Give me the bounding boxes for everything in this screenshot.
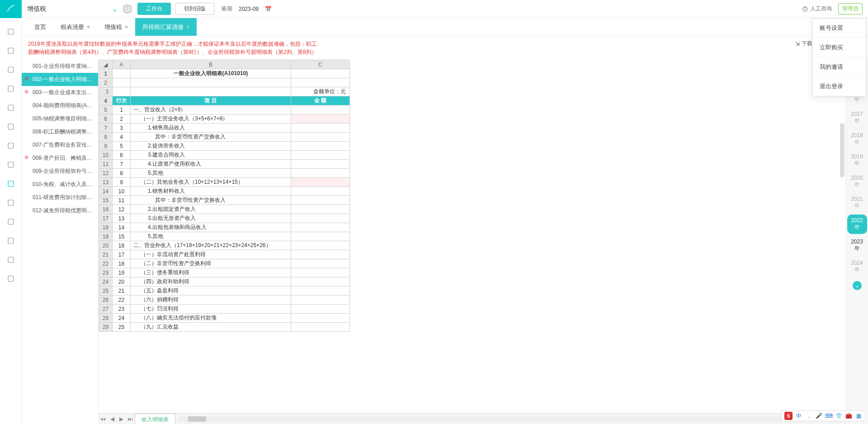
row-index[interactable]: 7: [113, 160, 131, 169]
switch-old-button[interactable]: 切到旧版: [175, 3, 214, 15]
sheet-nav-last-icon[interactable]: ⏭: [126, 416, 135, 422]
app-logo[interactable]: [0, 0, 22, 18]
home-icon[interactable]: [3, 24, 19, 40]
form-item-11[interactable]: 012-减免所得税优惠明细表(...: [22, 204, 98, 217]
row-amount[interactable]: [291, 277, 350, 286]
row-item[interactable]: （七）罚没利得: [131, 305, 291, 314]
form-item-5[interactable]: 006-职工薪酬纳税调整明细...: [22, 125, 98, 138]
row-amount[interactable]: [291, 214, 350, 223]
row-index[interactable]: 9: [113, 178, 131, 187]
row-index[interactable]: 8: [113, 169, 131, 178]
row-amount[interactable]: [291, 205, 350, 214]
form-item-4[interactable]: 005-纳税调整项目明细表(A...: [22, 112, 98, 125]
sheet-nav-prev-icon[interactable]: ◀: [108, 416, 117, 422]
row-amount[interactable]: [291, 151, 350, 160]
row-amount[interactable]: [291, 124, 350, 133]
year-2023年[interactable]: 2023年: [847, 236, 867, 255]
form-item-0[interactable]: 001-企业所得税年度纳税申...: [22, 60, 98, 73]
year-2021年[interactable]: 2021年: [847, 193, 867, 213]
doc-icon[interactable]: [3, 43, 19, 59]
row-amount[interactable]: [291, 305, 350, 314]
row-amount[interactable]: [291, 250, 350, 259]
corner-cell[interactable]: ◢: [99, 60, 113, 69]
calendar-icon[interactable]: 📅: [265, 6, 272, 12]
year-2018年[interactable]: 2018年: [847, 129, 867, 149]
ime-lang[interactable]: 中: [795, 412, 802, 419]
row-amount[interactable]: [291, 196, 350, 205]
row-index[interactable]: 14: [113, 223, 131, 232]
form-item-1[interactable]: 002-一般企业收入明细表(A1...: [22, 73, 98, 86]
row-item[interactable]: 1.销售材料收入: [131, 187, 291, 196]
row-index[interactable]: 17: [113, 250, 131, 259]
workspace-button[interactable]: 工作台: [137, 3, 171, 15]
row-item[interactable]: 一、营业收入（2+9）: [131, 105, 291, 114]
download-button[interactable]: ⇲下载: [795, 40, 812, 48]
grid-table[interactable]: ◢ A B C 1一般企业收入明细表(A101010)23金额单位：元4行次项 …: [99, 60, 350, 332]
row-item[interactable]: （三）债务重组利得: [131, 268, 291, 277]
gear-icon[interactable]: [3, 233, 19, 249]
row-index[interactable]: 4: [113, 133, 131, 142]
tab-2[interactable]: 增值税×: [97, 18, 135, 36]
ime-punct-icon[interactable]: ，: [805, 412, 812, 419]
row-item[interactable]: 3.建造合同收入: [131, 151, 291, 160]
consult-link[interactable]: 人工咨询: [802, 5, 832, 13]
col-header-a[interactable]: A: [113, 60, 131, 69]
transfer-icon[interactable]: [3, 195, 19, 211]
year-2020年[interactable]: 2020年: [847, 172, 867, 191]
row-amount[interactable]: [291, 295, 350, 305]
row-index[interactable]: 5: [113, 142, 131, 151]
row-index[interactable]: 24: [113, 314, 131, 323]
ime-badge-icon[interactable]: S: [784, 412, 793, 420]
user-menu-item-1[interactable]: 立即购买: [812, 38, 866, 57]
tab-close-icon[interactable]: ×: [125, 24, 128, 30]
row-amount[interactable]: [291, 160, 350, 169]
clipboard-icon[interactable]: [3, 100, 19, 116]
row-index[interactable]: 19: [113, 268, 131, 277]
row-item[interactable]: 5.其他: [131, 232, 291, 241]
play-icon[interactable]: [3, 252, 19, 268]
row-amount[interactable]: [291, 323, 350, 332]
year-2017年[interactable]: 2017年: [847, 108, 867, 128]
row-item[interactable]: （二）非货币性资产交换利得: [131, 259, 291, 268]
row-item[interactable]: 其中：非货币性资产交换收入: [131, 133, 291, 142]
col-header-b[interactable]: B: [131, 60, 291, 69]
row-amount[interactable]: [291, 169, 350, 178]
row-amount[interactable]: [291, 178, 350, 187]
ime-skin-icon[interactable]: 👕: [835, 412, 842, 419]
row-item[interactable]: （八）确实无法偿付的应付款项: [131, 314, 291, 323]
row-index[interactable]: 22: [113, 295, 131, 305]
row-index[interactable]: 12: [113, 205, 131, 214]
row-index[interactable]: 15: [113, 232, 131, 241]
ime-grid-icon[interactable]: ▦: [855, 412, 862, 419]
row-item[interactable]: （一）主营业务收入（3+5+6+7+8）: [131, 114, 291, 124]
user-menu-item-0[interactable]: 账号设置: [812, 19, 866, 38]
year-2024年[interactable]: 2024年: [847, 257, 867, 276]
row-amount[interactable]: [291, 232, 350, 241]
year-2019年[interactable]: 2019年: [847, 151, 867, 170]
row-item[interactable]: 5.其他: [131, 169, 291, 178]
year-2022年[interactable]: 2022年: [847, 214, 867, 234]
history-icon[interactable]: [122, 4, 133, 14]
row-item[interactable]: （一）非流动资产处置利得: [131, 250, 291, 259]
admin-button[interactable]: 管理员: [838, 3, 863, 14]
row-amount[interactable]: [291, 223, 350, 232]
ime-toolbox-icon[interactable]: 🧰: [845, 412, 852, 419]
row-item[interactable]: （四）政府补助利得: [131, 277, 291, 286]
year-expand-icon[interactable]: ⌄: [853, 281, 862, 290]
row-item[interactable]: 二、营业外收入（17+18+19+20+21+22+23+24+25+26）: [131, 241, 291, 250]
inbox-icon[interactable]: [3, 214, 19, 230]
row-item[interactable]: 3.出租无形资产收入: [131, 214, 291, 223]
sheet-nav-first-icon[interactable]: ⏮: [99, 416, 108, 422]
row-index[interactable]: 21: [113, 286, 131, 295]
tab-close-icon[interactable]: ×: [186, 24, 189, 30]
row-item[interactable]: （二）其他业务收入（10+12+13+14+15）: [131, 178, 291, 187]
col-header-c[interactable]: C: [291, 60, 350, 69]
chart-icon[interactable]: [3, 62, 19, 78]
row-amount[interactable]: [291, 314, 350, 323]
form-item-9[interactable]: 010-免税、减计收入及加计...: [22, 178, 98, 191]
row-item[interactable]: 2.出租固定资产收入: [131, 205, 291, 214]
row-amount[interactable]: [291, 114, 350, 124]
row-index[interactable]: 10: [113, 187, 131, 196]
row-item[interactable]: 2.提供劳务收入: [131, 142, 291, 151]
tab-close-icon[interactable]: ×: [87, 24, 90, 30]
